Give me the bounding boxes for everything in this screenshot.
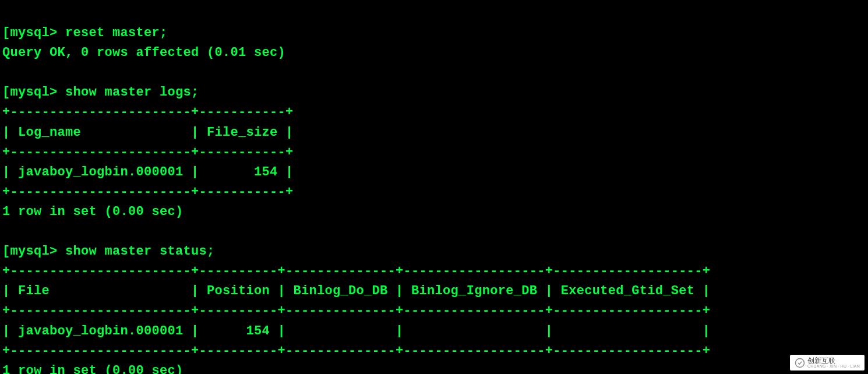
prompt-line: [mysql> show master logs;: [2, 85, 199, 100]
table-header-row: | Log_name | File_size |: [2, 125, 294, 140]
table-border-bottom: +-----------------------+----------+----…: [2, 344, 710, 358]
prompt-line: [mysql> reset master;: [2, 26, 168, 40]
table-border-mid: +-----------------------+----------+----…: [2, 304, 710, 318]
watermark: 创新互联 CHUANG · XIN · HU · LIAN: [790, 355, 865, 371]
table-border-top: +-----------------------+-----------+: [2, 105, 294, 119]
watermark-text-cn: 创新互联: [807, 357, 860, 364]
table-row: | javaboy_logbin.000001 | 154 | | | |: [2, 324, 710, 338]
result-footer: 1 row in set (0.00 sec): [2, 364, 184, 374]
table-row: | javaboy_logbin.000001 | 154 |: [2, 165, 294, 179]
terminal-output: [mysql> reset master; Query OK, 0 rows a…: [0, 0, 868, 374]
watermark-text-en: CHUANG · XIN · HU · LIAN: [807, 364, 860, 368]
watermark-logo-icon: [795, 358, 805, 368]
result-footer: 1 row in set (0.00 sec): [2, 204, 184, 219]
svg-point-0: [796, 358, 805, 367]
table-border-bottom: +-----------------------+-----------+: [2, 185, 294, 199]
query-ok-line: Query OK, 0 rows affected (0.01 sec): [2, 45, 285, 60]
table-border-top: +-----------------------+----------+----…: [2, 264, 710, 278]
table-border-mid: +-----------------------+-----------+: [2, 145, 294, 160]
prompt-line: [mysql> show master status;: [2, 244, 215, 259]
table-header-row: | File | Position | Binlog_Do_DB | Binlo…: [2, 284, 710, 298]
